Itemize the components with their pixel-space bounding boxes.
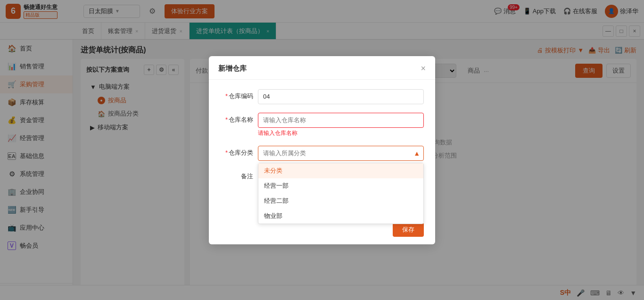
category-dropdown: 未分类 经营一部 经营二部 物业部 bbox=[258, 163, 424, 224]
name-error-msg: 请输入仓库名称 bbox=[258, 129, 424, 137]
name-input[interactable] bbox=[258, 113, 424, 128]
category-field-wrap: ▲ 未分类 经营一部 经营二部 物业部 bbox=[258, 146, 424, 161]
save-button[interactable]: 保存 bbox=[393, 223, 424, 237]
modal-close-button[interactable]: × bbox=[421, 64, 426, 74]
code-field-wrap bbox=[258, 89, 424, 104]
form-row-category: 仓库分类 ▲ 未分类 经营一部 经营二部 物业部 bbox=[220, 146, 424, 161]
new-warehouse-modal: 新增仓库 × 仓库编码 仓库名称 请输入仓库名称 仓库分类 bbox=[209, 56, 435, 244]
name-field-wrap: 请输入仓库名称 bbox=[258, 113, 424, 137]
form-row-name: 仓库名称 请输入仓库名称 bbox=[220, 113, 424, 137]
chevron-up-icon[interactable]: ▲ bbox=[413, 150, 420, 157]
dropdown-item-dept2[interactable]: 经营二部 bbox=[258, 193, 423, 208]
code-input[interactable] bbox=[258, 89, 424, 104]
category-label: 仓库分类 bbox=[220, 146, 258, 157]
category-input[interactable] bbox=[258, 146, 424, 161]
form-row-code: 仓库编码 bbox=[220, 89, 424, 104]
dropdown-item-dept3[interactable]: 物业部 bbox=[258, 208, 423, 224]
dropdown-item-unclassified[interactable]: 未分类 bbox=[258, 163, 423, 178]
code-label: 仓库编码 bbox=[220, 89, 258, 100]
modal-body: 仓库编码 仓库名称 请输入仓库名称 仓库分类 ▲ bbox=[209, 80, 435, 217]
dropdown-item-dept1[interactable]: 经营一部 bbox=[258, 178, 423, 193]
modal-header: 新增仓库 × bbox=[209, 56, 435, 80]
modal-overlay[interactable]: 新增仓库 × 仓库编码 仓库名称 请输入仓库名称 仓库分类 bbox=[0, 0, 644, 300]
modal-title: 新增仓库 bbox=[218, 64, 247, 73]
name-label: 仓库名称 bbox=[220, 113, 258, 124]
note-label: 备注 bbox=[220, 169, 258, 181]
